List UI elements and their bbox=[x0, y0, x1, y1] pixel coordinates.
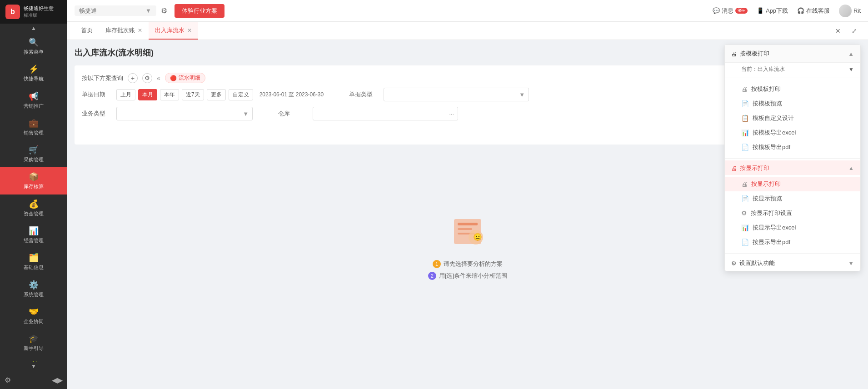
date-btn-last-month[interactable]: 上月 bbox=[116, 89, 135, 100]
dropdown-bottom-text: 设置默认功能 bbox=[739, 259, 775, 267]
sidebar-item-search[interactable]: 🔍 搜索菜单 bbox=[0, 33, 67, 60]
topbar-right: 💬 消息 99+ 📱 App下载 🎧 在线客服 Rit bbox=[713, 5, 861, 17]
date-btn-this-year[interactable]: 本年 bbox=[160, 89, 179, 100]
trial-btn[interactable]: 体验行业方案 bbox=[175, 4, 224, 18]
scroll-down-btn[interactable]: ▼ bbox=[0, 362, 67, 371]
folder-icon: 🗂️ bbox=[29, 253, 39, 263]
filter-tag-label: 流水明细 bbox=[179, 74, 200, 82]
date-filter: 上月 本月 本年 近7天 更多 自定义 2023-06-01 至 2023-06… bbox=[116, 89, 324, 100]
tab-inout-flow[interactable]: 出入库流水 ✕ bbox=[149, 22, 198, 40]
dropdown-display-preview-item[interactable]: 📄 按显示预览 bbox=[725, 191, 860, 206]
chart-icon: 📊 bbox=[29, 226, 39, 236]
display-excel-icon: 📊 bbox=[741, 224, 749, 231]
sidebar-item-marketing[interactable]: 📢 营销推广 bbox=[0, 87, 67, 114]
scroll-up-btn[interactable]: ▲ bbox=[0, 24, 67, 33]
message-badge: 99+ bbox=[735, 8, 748, 14]
topbar-gear-icon[interactable]: ⚙ bbox=[161, 6, 167, 15]
box-icon: 📦 bbox=[29, 172, 39, 182]
dropdown-template-print-item[interactable]: 🖨 按模板打印 bbox=[725, 82, 860, 96]
expand-window-btn[interactable]: ⤢ bbox=[848, 25, 861, 37]
tab-batch-ledger-label: 库存批次账 bbox=[105, 26, 135, 35]
filter-tag-icon: 🔴 bbox=[170, 75, 177, 81]
business-type-dropdown[interactable]: ▼ bbox=[116, 107, 253, 120]
sidebar-item-operations[interactable]: 📊 经营管理 bbox=[0, 221, 67, 248]
app-name: 畅捷通好生意 bbox=[24, 5, 54, 12]
dropdown-close-arrow[interactable]: ▲ bbox=[848, 50, 854, 57]
sidebar-item-finance[interactable]: 💰 资金管理 bbox=[0, 194, 67, 221]
search-input[interactable] bbox=[79, 7, 143, 14]
display-print-icon: 🖨 bbox=[741, 180, 748, 188]
dropdown-display-excel-item[interactable]: 📊 按显示导出excel bbox=[725, 220, 860, 235]
avatar bbox=[839, 5, 852, 17]
dropdown-display-pdf-item[interactable]: 📄 按显示导出pdf bbox=[725, 235, 860, 249]
sidebar-item-quick-nav[interactable]: ⚡ 快捷导航 bbox=[0, 60, 67, 86]
display-print-section: 🖨 按显示打印 📄 按显示预览 ⚙ 按显示打印设置 📊 按显示导出excel 📄 bbox=[725, 175, 860, 251]
business-dropdown-icon: ▼ bbox=[243, 110, 249, 117]
logo-icon: b bbox=[5, 5, 20, 19]
online-service-btn[interactable]: 🎧 在线客服 bbox=[797, 7, 830, 15]
sidebar-item-sales[interactable]: 💼 销售管理 bbox=[0, 114, 67, 140]
dropdown-template-excel-item[interactable]: 📊 按模板导出excel bbox=[725, 125, 860, 140]
filter-tag[interactable]: 🔴 流水明细 bbox=[165, 73, 205, 83]
phone-icon: 📱 bbox=[757, 7, 764, 14]
sidebar-item-appstore[interactable]: 🧩 应用中心 bbox=[0, 356, 67, 362]
template-print-label: 按模板打印 bbox=[751, 85, 781, 93]
current-selection: 当前：出入库流水 ▼ bbox=[725, 63, 860, 76]
display-print-section-icon: 🖨 bbox=[731, 165, 737, 172]
sidebar-item-label: 库存核算 bbox=[24, 183, 44, 190]
close-window-btn[interactable]: ✕ bbox=[832, 25, 844, 37]
filter-set-btn[interactable]: ⚙ bbox=[142, 73, 152, 83]
type-label: 单据类型 bbox=[349, 90, 376, 99]
empty-tip-1: 1 请先选择要分析的方案 bbox=[433, 260, 503, 268]
template-print-section: 🖨 按模板打印 📄 按模板预览 📋 模板自定义设计 📊 按模板导出excel 📄 bbox=[725, 80, 860, 156]
date-btn-custom[interactable]: 自定义 bbox=[229, 89, 253, 100]
display-print-section-label: 🖨 按显示打印 bbox=[731, 164, 769, 172]
date-btn-this-month[interactable]: 本月 bbox=[138, 89, 157, 100]
display-section-arrow[interactable]: ▲ bbox=[848, 165, 854, 171]
tip-num-2: 2 bbox=[428, 272, 436, 280]
dropdown-bottom[interactable]: ⚙ 设置默认功能 ▼ bbox=[725, 255, 860, 271]
filter-add-btn[interactable]: + bbox=[128, 73, 138, 83]
sidebar-item-label: 企业协同 bbox=[24, 318, 44, 324]
svg-rect-2 bbox=[458, 228, 472, 230]
headset-icon: 🎧 bbox=[797, 7, 804, 14]
type-dropdown[interactable]: ▼ bbox=[384, 88, 529, 101]
dropdown-template-pdf-item[interactable]: 📄 按模板导出pdf bbox=[725, 140, 860, 155]
message-btn[interactable]: 💬 消息 99+ bbox=[713, 7, 748, 15]
sidebar-item-cooperation[interactable]: 🤝 企业协同 bbox=[0, 302, 67, 329]
search-dropdown-icon[interactable]: ▼ bbox=[145, 7, 151, 14]
tab-batch-ledger-close[interactable]: ✕ bbox=[138, 27, 142, 34]
sidebar-item-system[interactable]: ⚙️ 系统管理 bbox=[0, 275, 67, 302]
search-box[interactable]: ▼ bbox=[75, 5, 156, 16]
warehouse-dropdown[interactable]: ··· bbox=[313, 107, 458, 120]
sidebar-item-guide[interactable]: 🎓 新手引导 bbox=[0, 329, 67, 356]
tab-inout-flow-close[interactable]: ✕ bbox=[187, 27, 192, 34]
app-download-btn[interactable]: 📱 App下载 bbox=[757, 7, 788, 15]
tab-home[interactable]: 首页 bbox=[75, 22, 99, 40]
type-dropdown-icon: ▼ bbox=[519, 91, 525, 98]
collapse-sidebar-icon[interactable]: ◀▶ bbox=[52, 376, 63, 384]
tab-batch-ledger[interactable]: 库存批次账 ✕ bbox=[99, 22, 149, 40]
empty-illustration: 😐 bbox=[445, 205, 490, 251]
message-icon: 💬 bbox=[713, 7, 720, 14]
dropdown-display-settings-item[interactable]: ⚙ 按显示打印设置 bbox=[725, 206, 860, 220]
date-btn-more[interactable]: 更多 bbox=[207, 89, 226, 100]
sidebar: b 畅捷通好生意 标准版 ▲ 🔍 搜索菜单 ⚡ 快捷导航 📢 营销推广 💼 销售… bbox=[0, 0, 67, 389]
template-excel-label: 按模板导出excel bbox=[753, 129, 796, 137]
dropdown-divider-2 bbox=[725, 158, 860, 159]
sidebar-item-inventory[interactable]: 📦 库存核算 bbox=[0, 167, 67, 194]
sidebar-item-basic[interactable]: 🗂️ 基础信息 bbox=[0, 248, 67, 275]
display-preview-icon: 📄 bbox=[741, 195, 749, 202]
date-label: 单据日期 bbox=[82, 90, 109, 99]
cart-icon: 🛒 bbox=[29, 145, 39, 155]
settings-gear-icon[interactable]: ⚙ bbox=[5, 376, 11, 384]
dropdown-template-custom-item[interactable]: 📋 模板自定义设计 bbox=[725, 111, 860, 125]
dropdown-template-preview-item[interactable]: 📄 按模板预览 bbox=[725, 96, 860, 111]
main-area: ▼ ⚙ 体验行业方案 💬 消息 99+ 📱 App下载 🎧 在线客服 Rit bbox=[67, 0, 868, 389]
filter-collapse-icon[interactable]: « bbox=[157, 75, 160, 82]
sidebar-item-purchase[interactable]: 🛒 采购管理 bbox=[0, 140, 67, 167]
user-menu[interactable]: Rit bbox=[839, 5, 861, 17]
date-btn-7days[interactable]: 近7天 bbox=[182, 89, 204, 100]
sidebar-item-label: 经营管理 bbox=[24, 237, 44, 244]
dropdown-display-print-item[interactable]: 🖨 按显示打印 bbox=[725, 177, 860, 191]
